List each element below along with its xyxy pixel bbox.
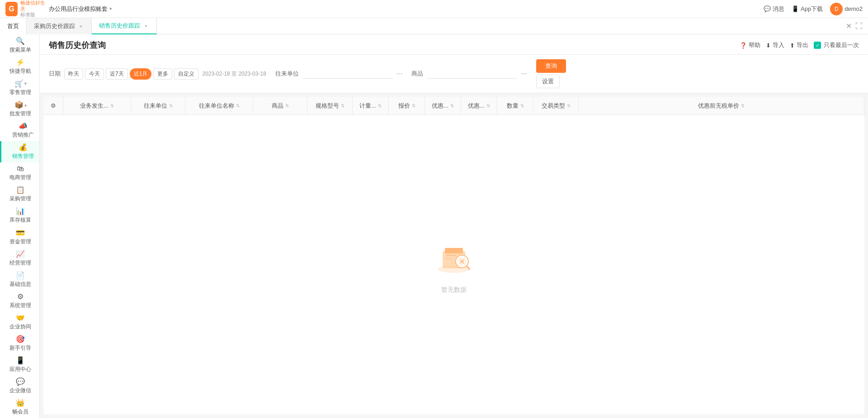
chevron-up-icon: ▴	[24, 102, 27, 107]
sidebar-item-wholesale[interactable]: 📦 ▴ 批发管理	[0, 98, 39, 119]
sidebar-item-label: 企业微信	[9, 387, 31, 394]
sidebar-item-marketing[interactable]: 📣 营销推广	[0, 119, 39, 141]
settings-button[interactable]: 设置	[536, 75, 560, 88]
content-area: 销售历史价查询 ❓ 帮助 ⬇ 导入 ⬆ 导出 ✓ 只看最后一次	[40, 34, 868, 418]
user-avatar-button[interactable]: D demo2	[830, 3, 863, 15]
product-dots-icon[interactable]: ···	[521, 70, 527, 78]
svg-rect-8	[446, 255, 456, 256]
sort-icon: ⇅	[520, 103, 524, 108]
tab-purchase-close[interactable]: ×	[78, 23, 84, 29]
tab-purchase[interactable]: 采购历史价跟踪 ×	[27, 18, 92, 34]
guide-icon: 🎯	[16, 335, 25, 343]
tab-home-label: 首页	[7, 22, 19, 30]
th-spec-label: 规格型号	[316, 102, 339, 110]
tab-maximize-icon[interactable]: ⛶	[855, 22, 863, 30]
main-layout: 🔍 搜索菜单 ⚡ 快捷导航 🛒 ▾ 零售管理 📦 ▴ 批发管理 📣 营销推广	[0, 34, 868, 418]
empty-text: 暂无数据	[441, 286, 467, 294]
sidebar-item-label: 零售管理	[9, 89, 31, 96]
date-btn-7days[interactable]: 近7天	[106, 68, 128, 80]
retail-section: 🛒 ▾	[14, 79, 27, 88]
import-button[interactable]: ⬇ 导入	[766, 41, 784, 49]
date-btn-today[interactable]: 今天	[85, 68, 104, 80]
quick-nav-icon: ⚡	[16, 58, 25, 66]
sidebar-item-retail[interactable]: 🛒 ▾ 零售管理	[0, 77, 39, 98]
th-trade-type[interactable]: 交易类型 ⇅	[533, 97, 579, 114]
partner-input[interactable]	[302, 69, 393, 79]
sidebar-item-label: 电商管理	[9, 174, 31, 181]
sidebar-item-operations[interactable]: 📈 经营管理	[0, 247, 39, 269]
sidebar-item-search[interactable]: 🔍 搜索菜单	[0, 34, 39, 56]
product-filter-group: 商品 ···	[411, 69, 527, 79]
basic-info-icon: 📄	[16, 271, 25, 280]
th-price[interactable]: 报价 ⇅	[389, 97, 425, 114]
sidebar-item-finance[interactable]: 💳 资金管理	[0, 226, 39, 247]
sort-icon: ⇅	[567, 103, 571, 108]
marketing-icon: 📣	[19, 122, 28, 130]
filter-bar: 日期 昨天 今天 近7天 近1月 更多 自定义 2023-02-18 至 202…	[40, 55, 868, 93]
tab-close-all-icon[interactable]: ✕	[846, 22, 852, 30]
page-header: 销售历史价查询 ❓ 帮助 ⬇ 导入 ⬆ 导出 ✓ 只看最后一次	[40, 34, 868, 55]
date-btn-yesterday[interactable]: 昨天	[64, 68, 83, 80]
tab-sales[interactable]: 销售历史价跟踪 ×	[92, 18, 157, 34]
member-icon: 👑	[16, 399, 25, 407]
th-partner-code[interactable]: 往来单位 ⇅	[131, 97, 185, 114]
th-product-label: 商品	[272, 102, 283, 110]
date-range-display: 2023-02-18 至 2023-03-18	[202, 70, 266, 78]
help-button[interactable]: ❓ 帮助	[740, 41, 760, 49]
date-btn-custom[interactable]: 自定义	[174, 68, 198, 80]
th-qty-label: 数量	[507, 102, 519, 110]
app-download-button[interactable]: 📱 App下载	[792, 5, 823, 13]
sidebar-item-wechat[interactable]: 💬 企业微信	[0, 375, 39, 397]
tab-home[interactable]: 首页	[0, 18, 27, 34]
th-spec[interactable]: 规格型号 ⇅	[307, 97, 353, 114]
message-button[interactable]: 💬 消息	[764, 5, 784, 13]
export-button[interactable]: ⬆ 导出	[790, 41, 808, 49]
th-unit[interactable]: 计量... ⇅	[353, 97, 389, 114]
sidebar-item-guide[interactable]: 🎯 新手引导	[0, 333, 39, 354]
finance-icon: 💳	[16, 228, 25, 237]
partner-label: 往来单位	[275, 70, 299, 78]
th-trade-label: 交易类型	[542, 102, 565, 110]
th-product[interactable]: 商品 ⇅	[253, 97, 307, 114]
sidebar-item-label: 采购管理	[9, 195, 31, 203]
purchase-icon: 📋	[16, 185, 25, 194]
th-partner-name[interactable]: 往来单位名称 ⇅	[185, 97, 253, 114]
tab-sales-close[interactable]: ×	[143, 23, 149, 29]
date-buttons: 昨天 今天 近7天 近1月 更多 自定义	[64, 68, 198, 80]
sidebar-item-ecommerce[interactable]: 🛍 电商管理	[0, 162, 39, 184]
sidebar-item-member[interactable]: 👑 畅会员	[0, 397, 39, 418]
empty-illustration	[431, 235, 476, 280]
th-settings[interactable]: ⚙	[43, 97, 63, 114]
ecommerce-icon: 🛍	[17, 165, 24, 173]
sidebar-item-quick-nav[interactable]: ⚡ 快捷导航	[0, 56, 39, 77]
partner-dots-icon[interactable]: ···	[396, 70, 402, 78]
dropdown-arrow-icon: ▾	[109, 6, 112, 12]
th-qty[interactable]: 数量 ⇅	[497, 97, 533, 114]
sidebar-item-sales-mgmt[interactable]: 💰 销售管理	[0, 141, 39, 162]
sidebar-item-enterprise[interactable]: 🤝 企业协同	[0, 311, 39, 332]
sidebar-item-basic-info[interactable]: 📄 基础信息	[0, 269, 39, 290]
sidebar-item-app-center[interactable]: 📱 应用中心	[0, 354, 39, 375]
workspace-dropdown[interactable]: 办公用品行业模拟账套 ▾	[49, 5, 112, 13]
product-label: 商品	[411, 70, 423, 78]
inventory-icon: 📊	[16, 207, 25, 215]
th-biz-date[interactable]: 业务发生... ⇅	[63, 97, 131, 114]
query-button[interactable]: 查询	[536, 59, 566, 73]
th-last-col[interactable]: 优惠前无税单价 ⇅	[579, 97, 864, 114]
date-btn-1month[interactable]: 近1月	[130, 68, 152, 80]
date-btn-more[interactable]: 更多	[153, 68, 172, 80]
sidebar-item-purchase-mgmt[interactable]: 📋 采购管理	[0, 184, 39, 205]
only-latest-toggle[interactable]: ✓ 只看最后一次	[814, 41, 859, 49]
product-input[interactable]	[427, 69, 517, 79]
sidebar-item-label: 库存核算	[9, 216, 31, 224]
sort-icon: ⇅	[110, 103, 114, 108]
workspace-label: 办公用品行业模拟账套	[49, 5, 108, 13]
th-discount2-label: 优惠...	[468, 102, 485, 110]
th-discount1[interactable]: 优惠... ⇅	[425, 97, 461, 114]
th-discount2[interactable]: 优惠... ⇅	[461, 97, 497, 114]
sidebar-item-label: 搜索菜单	[9, 46, 31, 54]
sidebar-item-system[interactable]: ⚙ 系统管理	[0, 290, 39, 311]
partner-filter-group: 往来单位 ···	[275, 69, 402, 79]
th-price-label: 报价	[398, 102, 410, 110]
sidebar-item-inventory[interactable]: 📊 库存核算	[0, 205, 39, 226]
